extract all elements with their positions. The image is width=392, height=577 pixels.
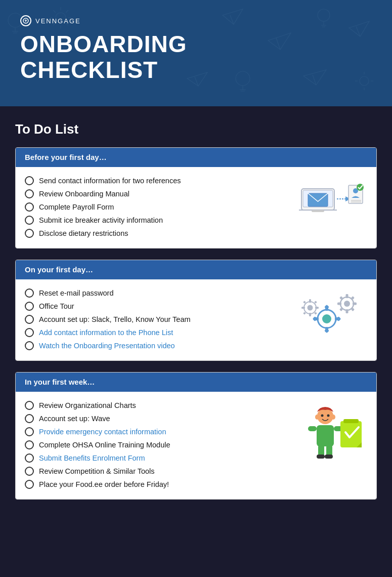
- svg-point-81: [321, 415, 324, 417]
- checkbox-circle[interactable]: [25, 480, 34, 489]
- svg-marker-4: [303, 70, 326, 85]
- list-item-link: Provide emergency contact information: [25, 427, 291, 436]
- checklist-items-first-day: Reset e-mail password Office Tour Accoun…: [25, 288, 291, 350]
- svg-rect-58: [324, 328, 329, 333]
- list-item-link: Add contact information to the Phone Lis…: [25, 328, 291, 337]
- checkbox-circle[interactable]: [25, 229, 34, 238]
- checklist-items-before: Send contact information for two referen…: [25, 176, 291, 238]
- svg-point-10: [8, 13, 22, 27]
- svg-rect-63: [346, 309, 349, 313]
- checkbox-circle[interactable]: [25, 440, 34, 449]
- svg-point-47: [357, 184, 364, 191]
- list-item: Review Organizational Charts: [25, 401, 291, 410]
- checkbox-circle[interactable]: [25, 315, 34, 324]
- checkbox-circle[interactable]: [25, 302, 34, 311]
- svg-rect-90: [317, 455, 325, 459]
- list-item: Send contact information for two referen…: [25, 176, 291, 185]
- section-header-first-week: In your first week…: [16, 373, 376, 392]
- list-item: Reset e-mail password: [25, 288, 291, 298]
- list-item: Account set up: Wave: [25, 414, 291, 423]
- checkbox-circle[interactable]: [25, 189, 34, 198]
- svg-line-29: [66, 10, 68, 13]
- svg-line-30: [53, 23, 56, 25]
- list-item: Office Tour: [25, 302, 291, 311]
- list-item: Review Onboarding Manual: [25, 189, 291, 198]
- section-body-first-week: Review Organizational Charts Account set…: [16, 392, 376, 499]
- section-icon-before: [296, 176, 367, 227]
- svg-rect-86: [308, 426, 317, 431]
- section-before-first-day: Before your first day… Send contact info…: [15, 147, 377, 249]
- section-body-before: Send contact information for two referen…: [16, 167, 376, 248]
- svg-rect-65: [353, 303, 357, 305]
- svg-rect-75: [315, 307, 319, 309]
- list-item: Account set up: Slack, Trello, Know Your…: [25, 315, 291, 324]
- section-header-before: Before your first day…: [16, 148, 376, 167]
- section-icon-first-day: [296, 288, 367, 344]
- svg-rect-91: [325, 455, 333, 459]
- svg-point-71: [308, 305, 313, 311]
- svg-rect-85: [317, 425, 334, 446]
- svg-rect-74: [301, 307, 305, 309]
- section-header-label: Before your first day…: [25, 153, 107, 161]
- section-header-label: In your first week…: [25, 378, 95, 386]
- list-item: Review Competition & Similar Tools: [25, 467, 291, 476]
- svg-rect-64: [337, 303, 341, 305]
- checkbox-circle[interactable]: [25, 454, 34, 463]
- svg-rect-88: [318, 445, 324, 456]
- checkbox-circle[interactable]: [25, 288, 34, 298]
- section-header-first-day: On your first day…: [16, 260, 376, 279]
- section-first-day: On your first day… Reset e-mail password…: [15, 260, 377, 361]
- svg-rect-62: [346, 294, 349, 298]
- checkbox-circle[interactable]: [25, 216, 34, 225]
- checkbox-circle[interactable]: [25, 401, 34, 410]
- list-item: Complete OHSA Online Training Module: [25, 440, 291, 449]
- list-item-link: Submit Benefits Enrolment Form: [25, 454, 291, 463]
- checkbox-circle[interactable]: [25, 176, 34, 185]
- svg-point-31: [360, 76, 369, 86]
- list-item: Complete Payroll Form: [25, 202, 291, 212]
- list-item-link: Watch the Onboarding Presentation video: [25, 341, 291, 350]
- section-header-label: On your first day…: [25, 265, 93, 274]
- page-header: VENNGAGE ONBOARDING CHECKLIST: [0, 0, 392, 106]
- section-icon-first-week: [296, 401, 367, 467]
- svg-rect-56: [324, 305, 329, 310]
- checkbox-circle[interactable]: [25, 467, 34, 476]
- list-item: Disclose dietary restrictions: [25, 229, 291, 238]
- svg-rect-59: [313, 316, 318, 321]
- svg-point-84: [331, 415, 335, 420]
- checklist-items-first-week: Review Organizational Charts Account set…: [25, 401, 291, 489]
- main-content: To Do List Before your first day… Send c…: [0, 106, 392, 531]
- svg-rect-72: [309, 299, 311, 303]
- svg-line-28: [66, 23, 68, 25]
- svg-rect-93: [343, 419, 359, 423]
- checkbox-circle[interactable]: [25, 328, 34, 337]
- checkbox-circle[interactable]: [25, 341, 34, 350]
- checkbox-circle[interactable]: [25, 414, 34, 423]
- list-item: Place your Food.ee order before Friday!: [25, 480, 291, 489]
- section-body-first-day: Reset e-mail password Office Tour Accoun…: [16, 279, 376, 360]
- section-title: To Do List: [15, 121, 377, 137]
- svg-point-61: [344, 301, 350, 307]
- svg-point-18: [318, 9, 330, 21]
- svg-rect-42: [312, 210, 324, 212]
- svg-point-14: [236, 71, 250, 86]
- svg-point-82: [327, 415, 330, 417]
- svg-point-51: [322, 314, 331, 323]
- svg-point-22: [56, 13, 66, 23]
- checkbox-circle[interactable]: [25, 202, 34, 212]
- section-first-week: In your first week… Review Organizationa…: [15, 372, 377, 500]
- svg-rect-73: [309, 313, 311, 316]
- list-item: Submit ice breaker activity information: [25, 216, 291, 225]
- checkbox-circle[interactable]: [25, 427, 34, 436]
- svg-point-83: [315, 415, 319, 420]
- svg-rect-89: [326, 445, 332, 456]
- svg-line-27: [53, 10, 56, 13]
- svg-rect-57: [336, 316, 341, 321]
